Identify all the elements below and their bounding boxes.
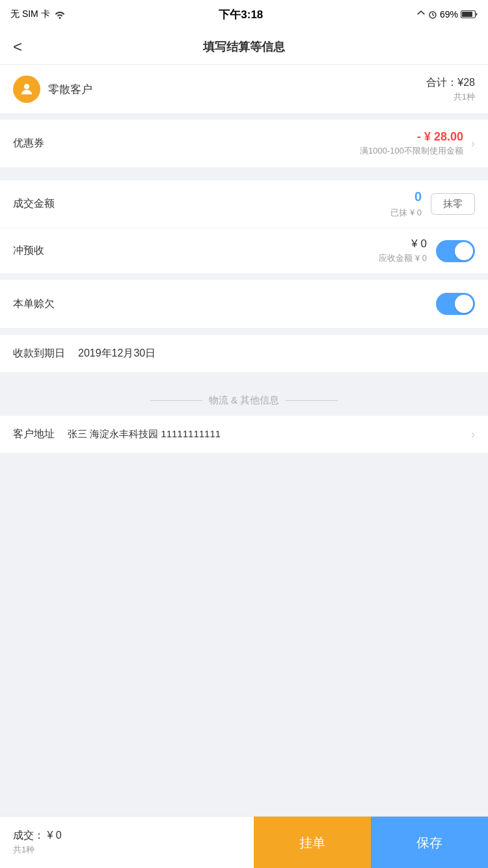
sep2 — [0, 273, 488, 280]
sep3 — [0, 379, 488, 385]
svg-rect-4 — [462, 12, 472, 17]
debit-toggle-knob — [455, 295, 473, 313]
logistics-title: 物流 & 其他信息 — [13, 394, 475, 407]
battery-icon — [461, 10, 478, 19]
prepay-label: 冲预收 — [13, 244, 44, 258]
logistics-title-text: 物流 & 其他信息 — [209, 394, 279, 407]
battery-percent: 69% — [440, 9, 458, 20]
save-button[interactable]: 保存 — [371, 817, 488, 868]
alarm-icon — [428, 10, 437, 19]
total-price: 合计：¥28 — [426, 76, 475, 90]
bottom-deal-value: ¥ 0 — [47, 830, 61, 841]
coupon-right: - ¥ 28.00 满1000-100不限制使用金额 › — [360, 130, 475, 157]
round-btn[interactable]: 抹零 — [431, 193, 475, 215]
coupon-chevron: › — [471, 137, 475, 150]
status-right: 69% — [416, 9, 478, 20]
debit-toggle[interactable] — [436, 293, 475, 315]
due-date-row[interactable]: 收款到期日 2019年12月30日 — [0, 334, 488, 372]
nav-bar: < 填写结算等信息 — [0, 29, 488, 65]
debit-row: 本单赊欠 — [0, 280, 488, 328]
status-left: 无 SIM 卡 — [10, 8, 66, 20]
no-sim-text: 无 SIM 卡 — [10, 8, 50, 20]
prepay-amount: ¥ 0 — [379, 237, 427, 251]
total-count: 共1种 — [426, 91, 475, 103]
bottom-info: 成交： ¥ 0 共1种 — [0, 817, 254, 868]
hang-button[interactable]: 挂单 — [254, 817, 371, 868]
status-time: 下午3:18 — [219, 7, 263, 22]
prepay-sub: 应收金额 ¥ 0 — [379, 252, 427, 264]
address-row[interactable]: 客户地址 张三 海淀永丰科技园 11111111111 › — [0, 416, 488, 453]
prepay-toggle[interactable] — [436, 240, 475, 262]
customer-total: 合计：¥28 共1种 — [426, 76, 475, 103]
deal-number: 0 — [414, 189, 422, 204]
bottom-deal-label: 成交： — [13, 830, 44, 841]
bottom-count: 共1种 — [13, 844, 254, 856]
coupon-section[interactable]: 优惠券 - ¥ 28.00 满1000-100不限制使用金额 › — [0, 120, 488, 167]
sep1 — [0, 174, 488, 180]
due-date-label: 收款到期日 — [13, 347, 65, 360]
customer-name: 零散客户 — [48, 82, 92, 97]
empty-area — [0, 459, 488, 590]
address-chevron: › — [471, 427, 475, 441]
page-title: 填写结算等信息 — [203, 39, 285, 55]
customer-row: 零散客户 合计：¥28 共1种 — [0, 65, 488, 113]
address-value: 张三 海淀永丰科技园 11111111111 — [68, 428, 454, 441]
debit-label: 本单赊欠 — [13, 297, 55, 311]
toggle-knob — [455, 242, 473, 260]
deal-amount-right: 0 已抹 ¥ 0 抹零 — [390, 189, 475, 219]
location-icon — [416, 10, 426, 19]
deal-sub: 已抹 ¥ 0 — [390, 207, 422, 219]
coupon-label: 优惠券 — [13, 137, 44, 150]
prepay-right: ¥ 0 应收金额 ¥ 0 — [379, 237, 475, 264]
deal-amount-label: 成交金额 — [13, 197, 55, 211]
deal-amount-row: 成交金额 0 已抹 ¥ 0 抹零 — [0, 180, 488, 228]
customer-info: 零散客户 — [13, 75, 92, 103]
due-date-value: 2019年12月30日 — [78, 347, 156, 360]
back-button[interactable]: < — [13, 38, 22, 56]
bottom-bar: 成交： ¥ 0 共1种 挂单 保存 — [0, 816, 488, 868]
bottom-deal: 成交： ¥ 0 — [13, 829, 254, 843]
prepay-values: ¥ 0 应收金额 ¥ 0 — [379, 237, 427, 264]
svg-point-5 — [24, 84, 29, 89]
logistics-header: 物流 & 其他信息 — [0, 385, 488, 416]
wifi-icon — [54, 10, 66, 19]
address-label: 客户地址 — [13, 427, 55, 441]
avatar — [13, 75, 40, 103]
prepay-row: 冲预收 ¥ 0 应收金额 ¥ 0 — [0, 228, 488, 273]
status-bar: 无 SIM 卡 下午3:18 69% — [0, 0, 488, 29]
svg-line-2 — [433, 15, 434, 16]
content: 零散客户 合计：¥28 共1种 优惠券 - ¥ 28.00 满1000-100不… — [0, 65, 488, 642]
coupon-sub: 满1000-100不限制使用金额 — [360, 145, 463, 157]
coupon-value: - ¥ 28.00 — [360, 130, 463, 144]
